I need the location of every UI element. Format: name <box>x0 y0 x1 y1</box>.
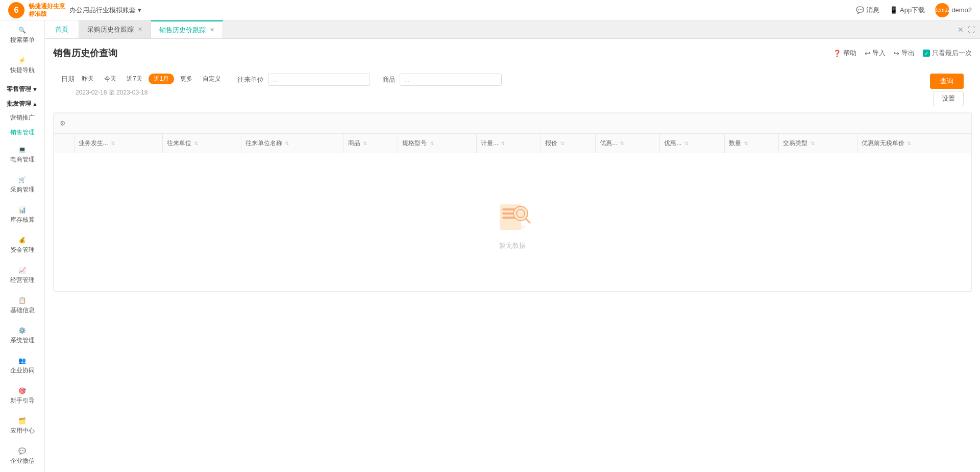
sort-arrows-10[interactable]: ⇅ <box>811 140 815 146</box>
date-btn-1month[interactable]: 近1月 <box>149 74 175 84</box>
sidebar-item-quicknav[interactable]: ⚡ 快捷导航 <box>0 51 44 81</box>
search-icon: 🔍 <box>18 27 26 34</box>
th-spec: 规格型号 ⇅ <box>398 134 477 153</box>
chevron-up-icon: ▲ <box>32 101 38 108</box>
sidebar-item-appcenter[interactable]: 🗂️ 应用中心 <box>0 411 44 441</box>
svg-rect-3 <box>502 213 513 215</box>
sort-arrows-8[interactable]: ⇅ <box>684 140 689 146</box>
logo-icon: 6 <box>8 2 24 18</box>
quicknav-icon: ⚡ <box>18 57 26 64</box>
settings-gear-icon[interactable]: ⚙ <box>60 120 66 127</box>
sidebar-item-collab[interactable]: 👥 企业协同 <box>0 351 44 381</box>
table-toolbar: ⚙ <box>54 113 971 134</box>
sidebar-item-purchase[interactable]: 🛒 采购管理 <box>0 170 44 200</box>
sidebar-item-system[interactable]: ⚙️ 系统管理 <box>0 321 44 351</box>
empty-icon <box>492 194 533 235</box>
sort-arrows-6[interactable]: ⇅ <box>560 140 565 146</box>
topbar: 6 畅捷通好生意 标准版 办公用品行业模拟账套 ▾ 💬 消息 📱 App下载 d… <box>0 0 980 20</box>
topbar-right: 💬 消息 📱 App下载 demo2 demo2 <box>856 3 972 17</box>
tab-home[interactable]: 首页 <box>45 20 79 38</box>
expand-button[interactable]: ⛶ <box>968 26 975 34</box>
date-label: 日期 <box>61 75 75 84</box>
date-range: 2023-02-18 至 2023-03-18 <box>61 88 225 97</box>
th-partner-code: 往来单位 ⇅ <box>162 134 241 153</box>
partner-filter: 往来单位 ... <box>237 74 370 86</box>
import-button[interactable]: ↩ 导入 <box>865 49 886 58</box>
sidebar: 🔍 搜索菜单 ⚡ 快捷导航 零售管理 ▼ 批发管理 ▲ 营销推广 销售管理 💻 … <box>0 20 45 472</box>
settings-button[interactable]: 设置 <box>933 91 964 106</box>
tab-close-purchase[interactable]: ✕ <box>138 26 142 33</box>
sidebar-item-finance[interactable]: 💰 资金管理 <box>0 230 44 261</box>
date-btn-more[interactable]: 更多 <box>176 74 197 84</box>
user-profile[interactable]: demo2 demo2 <box>935 3 972 17</box>
export-button[interactable]: ↪ 导出 <box>894 49 915 58</box>
filter-row-main: 日期 昨天 今天 近7天 近1月 更多 自定义 2023-02-18 至 202… <box>61 74 964 106</box>
date-filter: 日期 昨天 今天 近7天 近1月 更多 自定义 2023-02-18 至 202… <box>61 74 225 97</box>
topbar-left: 6 畅捷通好生意 标准版 办公用品行业模拟账套 ▾ <box>8 2 141 18</box>
tab-actions: ✕ ⛶ <box>952 20 980 38</box>
sidebar-item-guide[interactable]: 🎯 新手引导 <box>0 381 44 411</box>
date-btn-today[interactable]: 今天 <box>100 74 120 84</box>
partner-input[interactable]: ... <box>268 74 370 86</box>
close-all-tabs-button[interactable]: ✕ <box>958 26 964 34</box>
date-btn-custom[interactable]: 自定义 <box>199 74 225 84</box>
tab-purchase-price-tracking[interactable]: 采购历史价跟踪 ✕ <box>79 20 151 38</box>
svg-rect-4 <box>502 217 516 219</box>
sidebar-item-retail[interactable]: 零售管理 ▼ <box>0 81 44 96</box>
results-table: 业务发生... ⇅ 往来单位 ⇅ 往来单位名称 ⇅ <box>54 134 971 153</box>
tab-close-sales[interactable]: ✕ <box>210 27 214 33</box>
data-table: ⚙ 业务发生... ⇅ 往来单位 ⇅ <box>53 113 972 292</box>
only-last-checkbox[interactable]: ✓ 只看最后一次 <box>923 49 972 58</box>
sort-arrows-7[interactable]: ⇅ <box>620 140 624 146</box>
import-icon: ↩ <box>865 50 870 57</box>
svg-line-6 <box>526 219 530 223</box>
sort-arrows-1[interactable]: ⇅ <box>194 140 198 146</box>
app-download-button[interactable]: 📱 App下载 <box>890 6 925 15</box>
empty-state: 暂无数据 <box>54 153 971 291</box>
sidebar-item-search[interactable]: 🔍 搜索菜单 <box>0 20 44 51</box>
sidebar-item-wechat[interactable]: 💬 企业微信 <box>0 441 44 471</box>
chevron-down-icon: ▼ <box>32 86 38 93</box>
sidebar-item-operations[interactable]: 📈 经营管理 <box>0 261 44 291</box>
help-button[interactable]: ❓ 帮助 <box>833 49 856 58</box>
sort-arrows-3[interactable]: ⇅ <box>363 140 367 146</box>
sort-arrows-11[interactable]: ⇅ <box>907 140 911 146</box>
filter-section: 日期 昨天 今天 近7天 近1月 更多 自定义 2023-02-18 至 202… <box>53 67 972 113</box>
sidebar-item-wholesale[interactable]: 批发管理 ▲ <box>0 96 44 110</box>
system-icon: ⚙️ <box>18 327 26 334</box>
goods-input[interactable]: ... <box>400 74 502 86</box>
avatar: demo2 <box>935 3 949 17</box>
page-title: 销售历史价查询 <box>53 47 117 59</box>
sidebar-item-inventory[interactable]: 📊 库存核算 <box>0 200 44 230</box>
th-trade-type: 交易类型 ⇅ <box>779 134 857 153</box>
guide-icon: 🎯 <box>18 387 26 394</box>
sidebar-item-ecommerce[interactable]: 💻 电商管理 <box>0 140 44 170</box>
ecommerce-icon: 💻 <box>18 146 26 153</box>
query-button[interactable]: 查询 <box>930 74 964 89</box>
sidebar-item-marketing[interactable]: 营销推广 <box>0 110 44 125</box>
partner-label: 往来单位 <box>237 75 264 84</box>
table-header: 业务发生... ⇅ 往来单位 ⇅ 往来单位名称 ⇅ <box>54 134 971 153</box>
sort-arrows-0[interactable]: ⇅ <box>111 140 115 146</box>
sort-arrows-2[interactable]: ⇅ <box>285 140 289 146</box>
page-actions: ❓ 帮助 ↩ 导入 ↪ 导出 ✓ 只看最后一次 <box>833 49 972 58</box>
sidebar-item-sales[interactable]: 销售管理 <box>0 125 44 140</box>
th-settings <box>54 134 74 153</box>
content-area: 首页 采购历史价跟踪 ✕ 销售历史价跟踪 ✕ ✕ ⛶ 销售历史价查询 <box>45 20 980 472</box>
logo-text: 畅捷通好生意 标准版 <box>29 3 65 17</box>
sort-arrows-9[interactable]: ⇅ <box>744 140 748 146</box>
appcenter-icon: 🗂️ <box>18 417 26 424</box>
sort-arrows-5[interactable]: ⇅ <box>501 140 505 146</box>
tab-sales-price-tracking[interactable]: 销售历史价跟踪 ✕ <box>151 20 223 38</box>
th-goods: 商品 ⇅ <box>344 134 398 153</box>
date-options: 昨天 今天 近7天 近1月 更多 自定义 <box>78 74 225 84</box>
operations-icon: 📈 <box>18 267 26 274</box>
sidebar-item-basic-info[interactable]: 📋 基础信息 <box>0 291 44 321</box>
company-selector[interactable]: 办公用品行业模拟账套 ▾ <box>69 6 141 15</box>
date-btn-7days[interactable]: 近7天 <box>122 74 146 84</box>
date-btn-yesterday[interactable]: 昨天 <box>78 74 98 84</box>
sort-arrows-4[interactable]: ⇅ <box>430 140 434 146</box>
app-download-icon: 📱 <box>890 6 898 14</box>
message-button[interactable]: 💬 消息 <box>856 6 879 15</box>
export-icon: ↪ <box>894 50 899 57</box>
